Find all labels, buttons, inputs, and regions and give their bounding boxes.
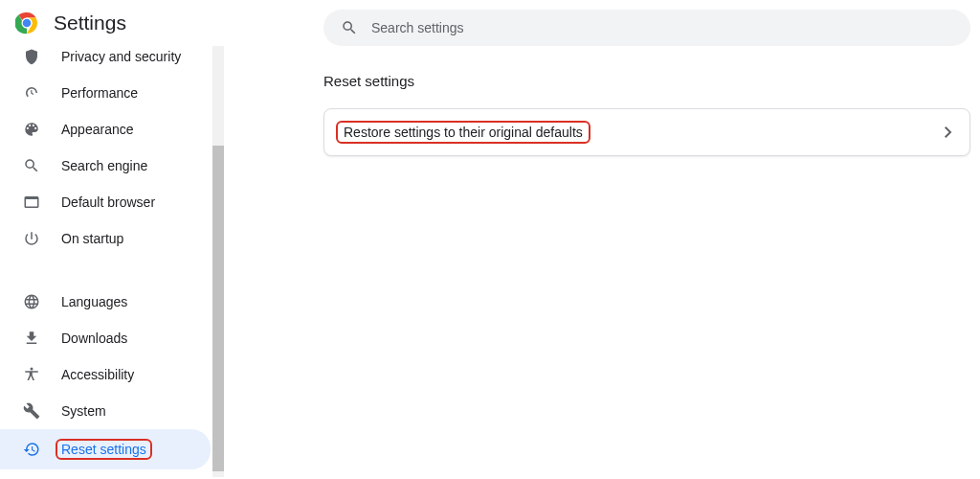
accessibility-icon <box>23 366 40 383</box>
power-icon <box>23 230 40 247</box>
sidebar-item-label: Search engine <box>61 158 147 173</box>
section-title: Reset settings <box>323 73 970 89</box>
svg-point-2 <box>23 19 32 28</box>
browser-icon <box>23 194 40 211</box>
scrollbar-track[interactable] <box>212 46 224 477</box>
sidebar-item-label: Languages <box>61 294 127 309</box>
nav-separator <box>0 257 211 284</box>
scrollbar-thumb[interactable] <box>212 146 224 471</box>
globe-icon <box>23 293 40 310</box>
speedometer-icon <box>23 84 40 102</box>
sidebar-item-label: Reset settings <box>61 442 146 457</box>
palette-icon <box>23 121 40 138</box>
page-title: Settings <box>54 11 126 34</box>
sidebar-item-privacy-security[interactable]: Privacy and security <box>0 46 211 75</box>
reset-settings-card: Restore settings to their original defau… <box>323 108 970 156</box>
restore-icon <box>23 441 40 458</box>
sidebar-item-label: Default browser <box>61 194 155 210</box>
search-input[interactable] <box>371 20 953 35</box>
restore-defaults-row[interactable]: Restore settings to their original defau… <box>324 109 969 155</box>
sidebar-item-downloads[interactable]: Downloads <box>0 320 211 356</box>
chevron-right-icon <box>945 126 952 138</box>
sidebar-item-label: System <box>61 403 106 419</box>
sidebar-item-label: Downloads <box>61 331 127 346</box>
highlight-box: Restore settings to their original defau… <box>336 121 590 144</box>
sidebar-item-label: Privacy and security <box>61 49 181 64</box>
sidebar-item-label: Performance <box>61 85 138 101</box>
chrome-logo-icon <box>15 11 38 34</box>
main-content: Reset settings Restore settings to their… <box>224 46 980 477</box>
sidebar-item-reset-settings[interactable]: Reset settings <box>0 429 211 469</box>
sidebar: Privacy and security Performance Appeara… <box>0 46 224 477</box>
sidebar-item-system[interactable]: System <box>0 393 211 429</box>
search-icon <box>23 157 40 174</box>
download-icon <box>23 330 40 347</box>
sidebar-item-search-engine[interactable]: Search engine <box>0 148 211 184</box>
sidebar-item-appearance[interactable]: Appearance <box>0 111 211 148</box>
sidebar-item-on-startup[interactable]: On startup <box>0 220 211 257</box>
search-icon <box>341 19 358 36</box>
shield-icon <box>23 48 40 65</box>
restore-defaults-label: Restore settings to their original defau… <box>342 121 590 144</box>
search-container[interactable] <box>323 10 970 46</box>
highlight-box: Reset settings <box>56 439 152 460</box>
sidebar-item-accessibility[interactable]: Accessibility <box>0 356 211 393</box>
sidebar-item-label: Accessibility <box>61 367 134 382</box>
sidebar-item-languages[interactable]: Languages <box>0 284 211 320</box>
sidebar-item-label: On startup <box>61 231 123 246</box>
sidebar-item-performance[interactable]: Performance <box>0 75 211 111</box>
wrench-icon <box>23 402 40 420</box>
sidebar-item-default-browser[interactable]: Default browser <box>0 184 211 220</box>
sidebar-item-label: Appearance <box>61 122 134 137</box>
